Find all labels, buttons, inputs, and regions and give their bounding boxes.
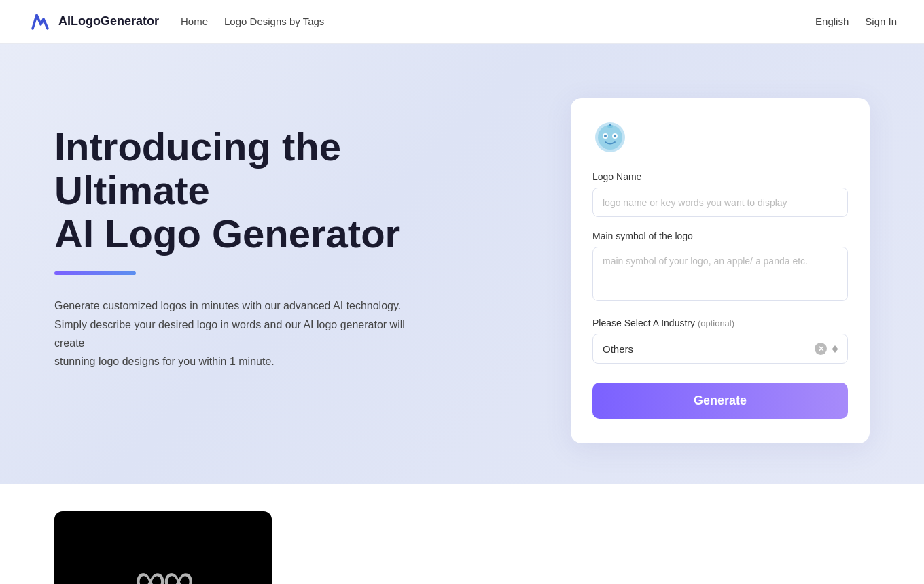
hero-title: Introducing the Ultimate AI Logo Generat… (54, 125, 408, 255)
language-selector[interactable]: English (815, 16, 849, 27)
industry-label: Please Select A Industry (optional) (592, 317, 848, 328)
hero-description: Generate customized logos in minutes wit… (54, 296, 408, 371)
hero-text: Introducing the Ultimate AI Logo Generat… (54, 98, 408, 371)
brand-icon (27, 10, 52, 34)
navbar: AILogoGenerator Home Logo Designs by Tag… (0, 0, 924, 44)
arrow-down-icon (832, 349, 838, 353)
svg-point-1 (598, 125, 622, 150)
sample-logo-card: ∞∞ (54, 511, 272, 584)
sample-logo-image: ∞∞ (135, 554, 191, 584)
hero-section: Introducing the Ultimate AI Logo Generat… (0, 44, 924, 484)
svg-point-7 (609, 124, 611, 126)
industry-select-wrapper: Others ✕ (592, 334, 848, 364)
hero-title-line2: Ultimate (54, 168, 210, 212)
svg-point-5 (614, 135, 616, 137)
logo-name-label: Logo Name (592, 171, 848, 182)
generator-card: Logo Name Main symbol of the logo Please… (571, 98, 870, 443)
nav-logo-designs-by-tags[interactable]: Logo Designs by Tags (224, 16, 324, 27)
logo-name-input[interactable] (592, 188, 848, 217)
below-hero-section: ∞∞ (0, 484, 924, 584)
generate-button[interactable]: Generate (592, 383, 848, 419)
svg-point-4 (604, 135, 607, 137)
nav-home[interactable]: Home (181, 16, 208, 27)
select-controls: ✕ (815, 343, 838, 355)
symbol-label: Main symbol of the logo (592, 230, 848, 241)
hero-title-line1: Introducing the (54, 124, 341, 169)
industry-selected-value: Others (603, 343, 633, 355)
hero-title-line3: AI Logo Generator (54, 211, 400, 256)
symbol-input[interactable] (592, 247, 848, 301)
arrow-up-icon (832, 345, 838, 349)
industry-select[interactable]: Others ✕ (592, 334, 848, 364)
hero-underline (54, 271, 136, 275)
nav-links: Home Logo Designs by Tags (181, 16, 324, 27)
brand-name: AILogoGenerator (58, 14, 159, 29)
signin-button[interactable]: Sign In (865, 16, 897, 27)
select-arrows[interactable] (832, 345, 838, 353)
brand-logo[interactable]: AILogoGenerator (27, 10, 159, 34)
robot-icon (592, 120, 628, 155)
industry-optional: (optional) (698, 318, 734, 328)
select-clear-button[interactable]: ✕ (815, 343, 827, 355)
